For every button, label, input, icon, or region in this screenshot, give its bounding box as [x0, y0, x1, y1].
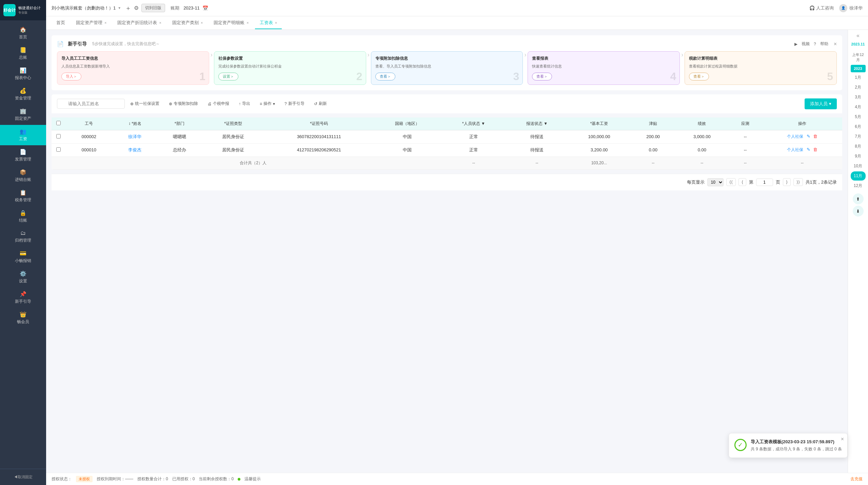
calendar-icon[interactable]: 📅 [202, 5, 208, 11]
recharge-link[interactable]: 去充值 [850, 476, 863, 482]
sidebar-item-fixed-assets[interactable]: 🏢 固定资产 [0, 105, 46, 125]
row-1-checkbox-cell[interactable] [52, 130, 65, 143]
member-icon: 👑 [20, 311, 26, 318]
step-1-btn[interactable]: 导入＞ [61, 73, 81, 80]
refresh-btn[interactable]: ↺ 刷新 [311, 99, 330, 108]
tab-depreciation-close[interactable]: × [159, 21, 161, 25]
calendar-month-12-2022[interactable]: 上年12月 [851, 51, 866, 64]
tab-category[interactable]: 固定资产类别 × [167, 17, 208, 29]
tab-detail[interactable]: 固定资产明细账 × [209, 17, 253, 29]
calendar-month-1[interactable]: 1月 [851, 73, 866, 82]
tab-depreciation[interactable]: 固定资产折旧统计表 × [113, 17, 166, 29]
per-page-select[interactable]: 10 20 50 [707, 178, 724, 186]
search-input[interactable] [57, 99, 125, 109]
row-2-edit-icon[interactable]: ✎ [807, 147, 810, 152]
tab-detail-close[interactable]: × [246, 21, 249, 25]
th-submit-status[interactable]: 报送状态 ▼ [506, 117, 568, 130]
sidebar-item-payroll[interactable]: 👥 工资 [0, 125, 46, 145]
select-all-checkbox[interactable] [56, 121, 61, 125]
sidebar-item-invoices[interactable]: 📄 发票管理 [0, 145, 46, 166]
step-4-btn[interactable]: 查看＞ [532, 73, 552, 80]
step-3-btn[interactable]: 查看＞ [375, 73, 395, 80]
calendar-month-5[interactable]: 5月 [851, 112, 866, 122]
sidebar-item-tax[interactable]: 📋 税务管理 [0, 186, 46, 206]
row-2-delete-icon[interactable]: 🗑 [813, 147, 817, 152]
calendar-month-8[interactable]: 8月 [851, 142, 866, 151]
row-1-social-insurance-link[interactable]: 个人社保 [787, 134, 803, 139]
row-2-checkbox[interactable] [56, 147, 61, 152]
step-5-btn[interactable]: 查看＞ [689, 73, 709, 80]
calendar-month-9[interactable]: 9月 [851, 152, 866, 161]
sidebar-item-funds[interactable]: 💰 资金管理 [0, 84, 46, 105]
sidebar-item-home[interactable]: 🏠 首页 [0, 23, 46, 43]
tab-fixed-assets[interactable]: 固定资产管理 × [71, 17, 111, 29]
add-person-label: 添加人员 [810, 101, 828, 107]
cancel-fixed-btn[interactable]: ◀取消固定 [3, 472, 43, 482]
sidebar-item-ledger[interactable]: 📒 总账 [0, 43, 46, 64]
tax-report-btn[interactable]: 🖨 个税申报 [205, 99, 232, 108]
switch-version-btn[interactable]: 切到旧版 [141, 4, 165, 12]
calendar-month-7[interactable]: 7月 [851, 132, 866, 141]
payroll-table: 工号 ↕ *姓名 *部门 *证照类型 *证照号码 国籍（地区） *人员状态 ▼ … [52, 117, 842, 170]
row-1-edit-icon[interactable]: ✎ [807, 134, 810, 139]
row-2-name: 李俊杰 [113, 143, 157, 156]
first-page-btn[interactable]: ⟨⟨ [726, 178, 736, 186]
operations-btn[interactable]: ≡ 操作 ▾ [257, 99, 278, 108]
sidebar-item-stock[interactable]: 📦 进销台账 [0, 166, 46, 186]
toast-close-btn[interactable]: × [841, 436, 844, 442]
new-guide-btn[interactable]: ? 新手引导 [282, 99, 307, 108]
sidebar-item-expense[interactable]: 💳 小畅报销 [0, 247, 46, 267]
social-insurance-btn[interactable]: ⊕ 统一社保设置 [127, 99, 162, 108]
header: 刘小艳演示账套（勿删勿动！）1 ▼ ＋ ⚙ 切到旧版 账期 2023-11 📅 … [46, 0, 868, 16]
row-2-checkbox-cell[interactable] [52, 143, 65, 156]
row-2-name-link[interactable]: 李俊杰 [128, 147, 141, 152]
close-guide-btn[interactable]: × [834, 41, 837, 47]
tab-payroll[interactable]: 工资表 × [255, 17, 282, 29]
sidebar-item-close[interactable]: 🔒 结账 [0, 206, 46, 227]
page-number-input[interactable] [756, 179, 773, 186]
calendar-month-11[interactable]: 11月 [851, 171, 866, 181]
calendar-month-6[interactable]: 6月 [851, 122, 866, 131]
th-measure: 应测 [728, 117, 762, 130]
calendar-expand-btn[interactable]: « [856, 33, 860, 39]
calendar-nav-down[interactable]: ⬇ [853, 206, 864, 217]
th-personnel-status[interactable]: *人员状态 ▼ [441, 117, 506, 130]
row-1-checkbox[interactable] [56, 134, 61, 138]
calendar-month-2[interactable]: 2月 [851, 83, 866, 92]
prev-page-btn[interactable]: ⟨ [738, 178, 746, 186]
row-1-name-link[interactable]: 徐泽华 [128, 134, 141, 139]
sidebar-item-guide[interactable]: 📌 新手引导 [0, 287, 46, 308]
row-2-social-insurance-link[interactable]: 个人社保 [787, 147, 803, 152]
step-4-desc: 快速查看统计信息 [532, 63, 675, 69]
sidebar-item-reports[interactable]: 📊 报表中心 [0, 64, 46, 84]
tab-fixed-assets-close[interactable]: × [104, 21, 106, 25]
tab-home[interactable]: 首页 [52, 17, 70, 29]
calendar-month-10[interactable]: 10月 [851, 162, 866, 171]
row-1-delete-icon[interactable]: 🗑 [813, 134, 817, 139]
export-btn[interactable]: ↑ 导出 [236, 99, 253, 108]
next-page-btn[interactable]: ⟩ [783, 178, 791, 186]
calendar-month-4[interactable]: 4月 [851, 102, 866, 112]
calendar-month-12[interactable]: 12月 [851, 181, 866, 190]
sidebar-item-settings[interactable]: ⚙️ 设置 [0, 267, 46, 287]
funds-icon: 💰 [20, 88, 26, 94]
calendar-month-3[interactable]: 3月 [851, 93, 866, 102]
sidebar-item-archive[interactable]: 🗂 归档管理 [0, 227, 46, 247]
special-deduction-btn[interactable]: ⊕ 专项附加扣除 [166, 99, 201, 108]
step-2-btn[interactable]: 设置＞ [218, 73, 238, 80]
account-selector[interactable]: 刘小艳演示账套（勿删勿动！）1 ▼ [52, 5, 121, 11]
row-1-base-salary: 100,000.00 [568, 130, 631, 143]
calendar-year-2023[interactable]: 2023 [851, 65, 866, 72]
guide-step-4: 查看报表 快速查看统计信息 查看＞ 4 [528, 51, 680, 85]
tab-category-close[interactable]: × [201, 21, 203, 25]
consultant-btn[interactable]: 🎧 人工咨询 [809, 5, 834, 11]
guide-video-btn[interactable]: ▶ 视频 ? 帮助 [794, 41, 828, 47]
tab-payroll-close[interactable]: × [275, 21, 277, 25]
th-name[interactable]: ↕ *姓名 [113, 117, 157, 130]
sidebar-item-member[interactable]: 👑 畅会员 [0, 308, 46, 328]
last-page-btn[interactable]: ⟩⟩ [793, 178, 803, 186]
settings-btn[interactable]: ⚙ [134, 5, 139, 11]
calendar-nav-up[interactable]: ⬆ [853, 193, 864, 204]
add-person-btn[interactable]: 添加人员 ▾ [805, 98, 837, 109]
add-account-btn[interactable]: ＋ [125, 4, 131, 12]
